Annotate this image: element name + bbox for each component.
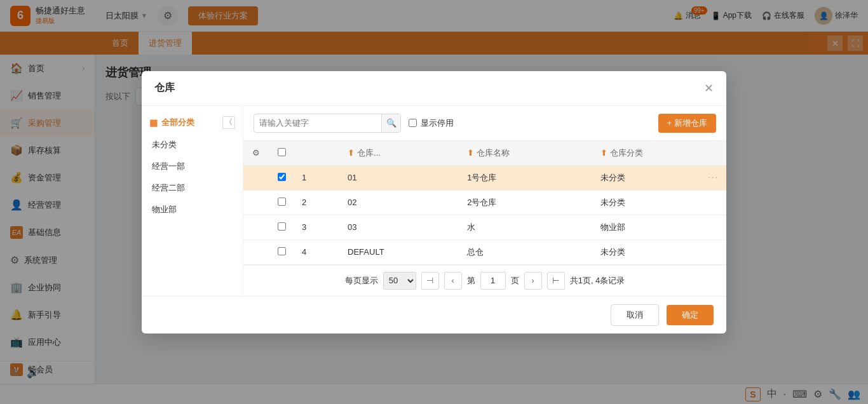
warehouse-table-container: ⚙ ⬆仓库... ⬆仓库名称: [243, 141, 726, 265]
show-disabled-text: 显示停用: [421, 118, 454, 129]
row-num-2: 2: [294, 190, 340, 215]
row-checkbox-1[interactable]: [278, 173, 286, 181]
sort-icon-cat: ⬆: [600, 148, 607, 158]
modal-category-sidebar: ▦ 全部分类 《 未分类 经营一部 经营二部 物业部: [142, 106, 243, 296]
row-name-2: 2号仓库: [459, 190, 593, 215]
table-header-row: ⚙ ⬆仓库... ⬆仓库名称: [243, 141, 726, 166]
show-disabled-checkbox[interactable]: [409, 119, 417, 127]
row-num-1: 1: [294, 165, 340, 190]
th-category: ⬆仓库分类: [593, 141, 726, 166]
row-code-1: 01: [340, 165, 459, 190]
category-item-dept2[interactable]: 经营二部: [142, 177, 243, 199]
row-num-4: 4: [294, 239, 340, 264]
category-all-item[interactable]: ▦ 全部分类: [149, 117, 194, 128]
search-input[interactable]: [254, 118, 381, 128]
table-row[interactable]: 1 01 1号仓库 未分类 ···: [243, 165, 726, 190]
modal-body: ▦ 全部分类 《 未分类 经营一部 经营二部 物业部 🔍: [142, 106, 726, 296]
confirm-button[interactable]: 确定: [667, 305, 714, 325]
page-label: 第: [467, 275, 475, 286]
search-box: 🔍: [254, 114, 401, 133]
table-row[interactable]: 2 02 2号仓库 未分类: [243, 190, 726, 215]
modal-title: 仓库: [154, 81, 175, 95]
row-check-4: [269, 239, 294, 264]
row-category-3: 物业部: [593, 215, 726, 239]
per-page-select[interactable]: 50 100 200: [383, 272, 416, 290]
row-name-4: 总仓: [459, 239, 593, 264]
modal-sidebar-header: ▦ 全部分类 《: [142, 111, 243, 134]
th-settings: ⚙: [243, 141, 269, 166]
modal-right-content: 🔍 显示停用 + 新增仓库 ⚙: [243, 106, 726, 296]
category-all-label: 全部分类: [161, 117, 194, 128]
row-more-1[interactable]: ···: [708, 172, 719, 182]
modal-header: 仓库 ✕: [142, 71, 726, 106]
warehouse-modal: 仓库 ✕ ▦ 全部分类 《 未分类 经营一部 经营二部 物业部: [142, 71, 726, 333]
row-category-1: 未分类 ···: [593, 165, 726, 190]
modal-pagination: 每页显示 50 100 200 ⊣ ‹ 第 页 › ⊢ 共1页, 4条记录: [243, 265, 726, 296]
modal-toolbar: 🔍 显示停用 + 新增仓库: [243, 106, 726, 141]
search-button[interactable]: 🔍: [381, 114, 400, 133]
row-checkbox-3[interactable]: [278, 222, 286, 231]
row-action-3: [243, 215, 269, 239]
row-check-2: [269, 190, 294, 215]
table-row[interactable]: 4 DEFAULT 总仓 未分类: [243, 239, 726, 264]
page-unit: 页: [511, 275, 519, 286]
modal-footer: 取消 确定: [142, 296, 726, 333]
header-checkbox[interactable]: [278, 148, 286, 156]
show-disabled-label[interactable]: 显示停用: [409, 118, 454, 129]
row-action-2: [243, 190, 269, 215]
row-checkbox-2[interactable]: [278, 198, 286, 206]
row-code-3: 03: [340, 215, 459, 239]
cancel-button[interactable]: 取消: [611, 304, 659, 326]
row-check-3: [269, 215, 294, 239]
row-category-2: 未分类: [593, 190, 726, 215]
row-name-3: 水: [459, 215, 593, 239]
row-checkbox-4[interactable]: [278, 247, 286, 255]
row-action-4: [243, 239, 269, 264]
per-page-label: 每页显示: [345, 275, 378, 286]
row-code-2: 02: [340, 190, 459, 215]
total-info: 共1页, 4条记录: [570, 275, 625, 286]
page-last-btn[interactable]: ⊢: [547, 272, 565, 290]
row-check-1: [269, 165, 294, 190]
modal-backdrop: 仓库 ✕ ▦ 全部分类 《 未分类 经营一部 经营二部 物业部: [0, 0, 868, 404]
grid-icon: ▦: [149, 118, 158, 128]
row-name-1: 1号仓库: [459, 165, 593, 190]
collapse-sidebar-button[interactable]: 《: [222, 116, 235, 129]
category-item-unclassified[interactable]: 未分类: [142, 134, 243, 156]
modal-close-button[interactable]: ✕: [704, 81, 714, 95]
page-first-btn[interactable]: ⊣: [421, 272, 439, 290]
th-code: ⬆仓库...: [340, 141, 459, 166]
row-num-3: 3: [294, 215, 340, 239]
row-action-1: [243, 165, 269, 190]
sort-icon-name: ⬆: [467, 148, 474, 158]
row-category-4: 未分类: [593, 239, 726, 264]
th-num: [294, 141, 340, 166]
page-number-input[interactable]: [480, 272, 506, 290]
th-checkbox: [269, 141, 294, 166]
th-name: ⬆仓库名称: [459, 141, 593, 166]
row-code-4: DEFAULT: [340, 239, 459, 264]
page-next-btn[interactable]: ›: [524, 272, 542, 290]
warehouse-table: ⚙ ⬆仓库... ⬆仓库名称: [243, 141, 726, 265]
new-warehouse-button[interactable]: + 新增仓库: [658, 114, 716, 133]
category-item-property[interactable]: 物业部: [142, 199, 243, 220]
category-item-dept1[interactable]: 经营一部: [142, 156, 243, 177]
page-prev-btn[interactable]: ‹: [444, 272, 462, 290]
sort-icon-code: ⬆: [348, 148, 355, 158]
table-row[interactable]: 3 03 水 物业部: [243, 215, 726, 239]
